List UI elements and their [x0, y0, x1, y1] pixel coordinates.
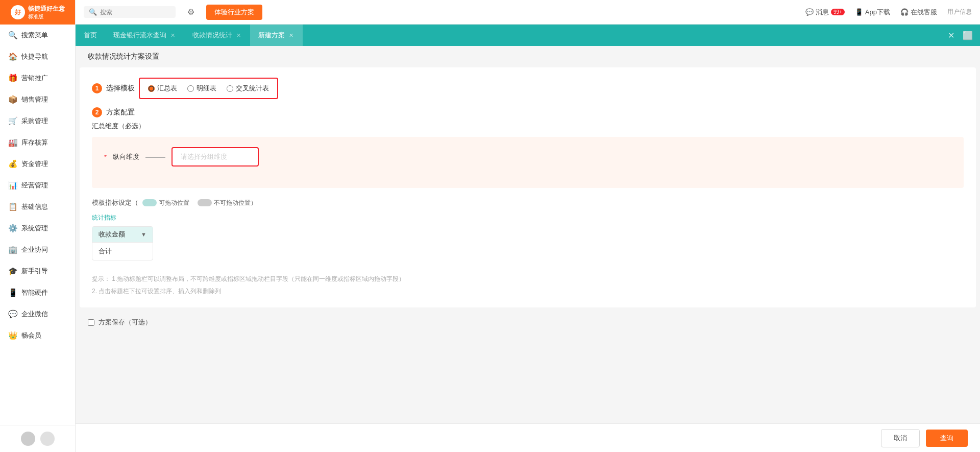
main-area: 🔍 ⚙ 体验行业方案 💬 消息 99+ 📱 App下载 🎧 在线客服 用户信息 … — [76, 0, 980, 452]
marketing-icon: 🎁 — [8, 74, 17, 83]
tips-section: 提示： 1.拖动标题栏可以调整布局，不可跨维度或指标区域拖动栏目字段（只能在同一… — [92, 273, 964, 297]
radio-cross-label: 交叉统计表 — [236, 84, 269, 93]
sidebar-item-enterprise[interactable]: 🏢 企业协同 — [0, 239, 75, 260]
sidebar-item-label: 采购管理 — [21, 116, 48, 126]
sidebar-item-label: 快捷导航 — [21, 52, 48, 61]
stats-area: 统计指标 收款金额 ▼ 合计 — [92, 213, 964, 260]
tab-minimize-btn[interactable]: ✕ — [946, 29, 957, 42]
user-avatar — [21, 432, 35, 446]
sidebar-item-label: 畅会员 — [21, 331, 41, 340]
logo-badge: 标准版 — [28, 13, 65, 20]
settings-button[interactable]: ⚙ — [184, 5, 198, 19]
radio-cross-input[interactable] — [227, 85, 233, 92]
hardware-icon: 📱 — [8, 288, 17, 297]
tab-maximize-btn[interactable]: ⬜ — [961, 29, 975, 42]
draggable-label: 可拖动位置 — [159, 199, 189, 207]
tab-home-label: 首页 — [84, 31, 97, 40]
inventory-icon: 🏭 — [8, 138, 17, 147]
sidebar-item-basic-info[interactable]: 📋 基础信息 — [0, 196, 75, 218]
system-icon: ⚙️ — [8, 224, 17, 233]
sidebar-item-hardware[interactable]: 📱 智能硬件 — [0, 282, 75, 303]
user-avatar2 — [40, 432, 55, 446]
stats-dropdown-icon[interactable]: ▼ — [141, 231, 146, 237]
radio-summary[interactable]: 汇总表 — [148, 84, 177, 93]
sidebar-item-quick-nav[interactable]: 🏠 快捷导航 — [0, 46, 75, 67]
radio-detail-input[interactable] — [187, 85, 194, 92]
tab-collection-stats-close[interactable]: ✕ — [235, 31, 242, 40]
search-input[interactable] — [100, 9, 170, 16]
sidebar-item-marketing[interactable]: 🎁 营销推广 — [0, 67, 75, 89]
tab-home[interactable]: 首页 — [76, 25, 105, 46]
dim-select-box[interactable]: 请选择分组维度 — [172, 147, 259, 166]
dim-required-star: * — [104, 153, 107, 161]
save-checkbox[interactable] — [88, 319, 94, 326]
vertical-dim-row: * 纵向维度 ——— 请选择分组维度 — [104, 147, 951, 166]
sidebar: 好 畅捷通好生意 标准版 🔍 搜索菜单 🏠 快捷导航 🎁 营销推广 📦 销售管理… — [0, 0, 76, 452]
total-label: 合计 — [99, 247, 112, 255]
query-button[interactable]: 查询 — [926, 430, 968, 447]
sidebar-item-sales[interactable]: 📦 销售管理 — [0, 89, 75, 110]
sidebar-item-inventory[interactable]: 🏭 库存核算 — [0, 132, 75, 153]
stats-table-header[interactable]: 收款金额 ▼ — [92, 227, 153, 243]
sidebar-item-search-menu[interactable]: 🔍 搜索菜单 — [0, 25, 75, 46]
message-label: 消息 — [816, 8, 829, 17]
enterprise-icon: 🏢 — [8, 245, 17, 254]
support-icon: 🎧 — [900, 8, 909, 16]
step1-num: 1 — [92, 83, 102, 93]
draggable-dot — [142, 199, 157, 206]
online-support-item[interactable]: 🎧 在线客服 — [900, 8, 937, 17]
sidebar-item-guide[interactable]: 🎓 新手引导 — [0, 260, 75, 282]
dimension-title: 汇总维度（必选） — [92, 122, 964, 131]
tab-bank-flow-label: 现金银行流水查询 — [113, 31, 166, 40]
page-body: 1 选择模板 汇总表 明细表 交叉统计表 — [80, 67, 976, 307]
tab-new-plan-close[interactable]: ✕ — [288, 31, 295, 40]
fixed-dot — [198, 199, 212, 206]
save-option: 方案保存（可选） — [76, 312, 980, 333]
radio-summary-input[interactable] — [148, 85, 155, 92]
indicator-settings-label: 模板指标设定（ — [92, 198, 138, 207]
sidebar-item-operation[interactable]: 📊 经营管理 — [0, 175, 75, 196]
wecom-icon: 💬 — [8, 310, 17, 319]
tab-bank-flow[interactable]: 现金银行流水查询 ✕ — [105, 25, 184, 46]
template-radio-group: 汇总表 明细表 交叉统计表 — [139, 78, 278, 99]
sidebar-item-purchase[interactable]: 🛒 采购管理 — [0, 110, 75, 132]
tab-bank-flow-close[interactable]: ✕ — [169, 31, 176, 40]
tabbar: 首页 现金银行流水查询 ✕ 收款情况统计 ✕ 新建方案 ✕ ✕ ⬜ — [76, 25, 980, 46]
logo: 好 畅捷通好生意 标准版 — [0, 0, 75, 25]
cancel-button[interactable]: 取消 — [881, 429, 920, 447]
sidebar-item-wecom[interactable]: 💬 企业微信 — [0, 303, 75, 325]
dimension-area: * 纵向维度 ——— 请选择分组维度 — [92, 137, 964, 188]
radio-cross[interactable]: 交叉统计表 — [227, 84, 269, 93]
search-box[interactable]: 🔍 — [84, 6, 176, 18]
app-icon: 📱 — [855, 8, 863, 16]
tip-2: 2. 点击标题栏下拉可设置排序、插入列和删除列 — [92, 285, 964, 297]
sidebar-item-label: 营销推广 — [21, 74, 48, 83]
legend-draggable: 可拖动位置 — [142, 199, 189, 207]
sidebar-bottom — [0, 425, 75, 452]
quick-nav-icon: 🏠 — [8, 52, 17, 61]
radio-summary-label: 汇总表 — [157, 84, 177, 93]
purchase-icon: 🛒 — [8, 116, 17, 126]
sidebar-item-label: 销售管理 — [21, 95, 48, 104]
tab-collection-stats-label: 收款情况统计 — [192, 31, 232, 40]
message-item[interactable]: 💬 消息 99+ — [805, 8, 845, 17]
dim-select-placeholder: 请选择分组维度 — [181, 153, 227, 160]
tab-collection-stats[interactable]: 收款情况统计 ✕ — [184, 25, 250, 46]
tab-new-plan-label: 新建方案 — [258, 31, 285, 40]
config-section: 汇总维度（必选） * 纵向维度 ——— 请选择分组维度 模板指标 — [92, 122, 964, 297]
sidebar-item-member[interactable]: 👑 畅会员 — [0, 325, 75, 346]
sidebar-item-label: 新手引导 — [21, 267, 48, 276]
sidebar-item-finance[interactable]: 💰 资金管理 — [0, 153, 75, 175]
logo-icon: 好 — [11, 5, 25, 19]
step2-title: 方案配置 — [106, 108, 135, 117]
radio-detail[interactable]: 明细表 — [187, 84, 216, 93]
search-icon: 🔍 — [89, 8, 97, 16]
topbar-right: 💬 消息 99+ 📱 App下载 🎧 在线客服 用户信息 — [805, 8, 972, 17]
legend-fixed: 不可拖动位置） — [198, 199, 257, 207]
sidebar-item-system[interactable]: ⚙️ 系统管理 — [0, 218, 75, 239]
message-badge: 99+ — [831, 9, 845, 15]
app-download-item[interactable]: 📱 App下载 — [855, 8, 890, 17]
tab-new-plan[interactable]: 新建方案 ✕ — [250, 25, 303, 46]
industry-btn[interactable]: 体验行业方案 — [206, 5, 262, 20]
stats-table-body: 合计 — [92, 243, 153, 260]
